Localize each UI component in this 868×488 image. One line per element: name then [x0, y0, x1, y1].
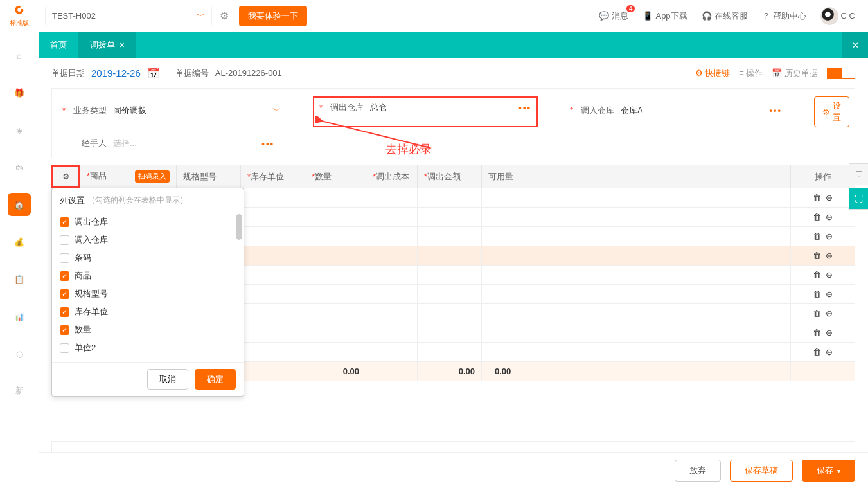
out-warehouse-field[interactable]: *调出仓库 总仓 ••• — [319, 102, 531, 116]
insert-icon[interactable]: ⊕ — [826, 289, 833, 299]
more-icon[interactable]: ••• — [769, 105, 782, 115]
handler-field[interactable]: 经手人 选择... ••• — [82, 138, 274, 152]
col-cost[interactable]: *调出成本 — [366, 165, 418, 188]
scrollbar-thumb[interactable] — [236, 214, 242, 240]
delete-icon[interactable]: 🗑 — [813, 328, 821, 338]
col-qty[interactable]: *数量 — [305, 165, 366, 188]
checkbox[interactable]: ✓ — [60, 289, 69, 299]
insert-icon[interactable]: ⊕ — [826, 347, 833, 357]
column-toggle-label: 库存单位 — [75, 306, 108, 318]
col-unit[interactable]: *库存单位 — [241, 165, 305, 188]
sidebar-home-icon[interactable]: ⌂ — [8, 44, 31, 67]
checkbox[interactable] — [60, 235, 69, 245]
insert-icon[interactable]: ⊕ — [826, 231, 833, 241]
header-right: 💬消息 4 📱App下载 🎧在线客服 ？帮助中心 C C — [599, 7, 855, 25]
column-toggle-label: 数量 — [75, 324, 91, 336]
messages-link[interactable]: 💬消息 4 — [599, 10, 628, 22]
save-button[interactable]: 保存▾ — [802, 460, 855, 482]
card-view-icon[interactable] — [841, 68, 855, 79]
sidebar-shop-icon[interactable]: ◈ — [8, 118, 31, 141]
column-toggle-item[interactable]: 单位2 — [60, 339, 236, 357]
delete-icon[interactable]: 🗑 — [813, 212, 821, 222]
column-toggle-item[interactable]: ✓库存单位 — [60, 303, 236, 321]
insert-icon[interactable]: ⊕ — [826, 251, 833, 260]
checkbox[interactable] — [60, 253, 69, 263]
user-menu[interactable]: C C — [820, 7, 855, 25]
sidebar-money-icon[interactable]: 💰 — [8, 230, 31, 253]
gear-icon[interactable]: ⚙ — [220, 10, 229, 22]
popover-hint: （勾选的列会在表格中显示） — [87, 195, 188, 206]
checkbox[interactable]: ✓ — [60, 325, 69, 335]
sidebar-bag-icon[interactable]: 🛍 — [8, 156, 31, 179]
service-link[interactable]: 🎧在线客服 — [702, 10, 748, 22]
left-rail: ⌂ 🎁 ◈ 🛍 🏠 💰 📋 📊 ◌ 新 — [0, 32, 39, 488]
col-product[interactable]: *商品扫码录入 — [80, 165, 177, 188]
checkbox[interactable]: ✓ — [60, 217, 69, 227]
insert-icon[interactable]: ⊕ — [826, 270, 833, 280]
date-value[interactable]: 2019-12-26 — [91, 68, 141, 78]
checkbox[interactable]: ✓ — [60, 307, 69, 317]
in-warehouse-field[interactable]: *调入仓库 仓库A ••• — [570, 96, 782, 127]
delete-icon[interactable]: 🗑 — [813, 231, 821, 241]
list-view-icon[interactable] — [827, 68, 841, 79]
tab-transfer[interactable]: 调拨单✕ — [78, 32, 136, 58]
side-comment-icon[interactable]: 🗨 — [849, 163, 868, 185]
column-toggle-item[interactable]: 条码 — [60, 249, 236, 267]
checkbox[interactable]: ✓ — [60, 271, 69, 281]
delete-icon[interactable]: 🗑 — [813, 289, 821, 299]
save-draft-button[interactable]: 保存草稿 — [730, 460, 793, 482]
close-panel-icon[interactable]: ✕ — [842, 32, 868, 58]
insert-icon[interactable]: ⊕ — [826, 212, 833, 222]
column-toggle-item[interactable]: 调入仓库 — [60, 231, 236, 249]
sidebar-gift-icon[interactable]: 🎁 — [8, 81, 31, 104]
column-toggle-item[interactable]: ✓调出仓库 — [60, 213, 236, 231]
more-icon[interactable]: ••• — [518, 103, 531, 113]
history-link[interactable]: 📅 历史单据 — [772, 68, 818, 79]
operate-link[interactable]: ≡ 操作 — [739, 68, 763, 79]
delete-icon[interactable]: 🗑 — [813, 193, 821, 203]
more-icon[interactable]: ••• — [261, 139, 274, 149]
insert-icon[interactable]: ⊕ — [826, 309, 833, 318]
discard-button[interactable]: 放弃 — [675, 460, 721, 482]
business-type-field[interactable]: *业务类型 同价调拨 ﹀ — [62, 96, 281, 127]
confirm-button[interactable]: 确定 — [195, 369, 236, 390]
sidebar-report-icon[interactable]: 📊 — [8, 305, 31, 328]
column-toggle-label: 单位2 — [75, 342, 96, 354]
shortcut-link[interactable]: ⚙ 快捷键 — [695, 68, 731, 79]
doc-header: 单据日期 2019-12-26 📅 单据编号 AL-20191226-001 ⚙… — [39, 58, 868, 88]
sidebar-warehouse-icon[interactable]: 🏠 — [8, 193, 31, 216]
delete-icon[interactable]: 🗑 — [813, 270, 821, 280]
calendar-icon[interactable]: 📅 — [147, 67, 160, 79]
column-toggle-item[interactable]: ✓数量 — [60, 321, 236, 339]
column-toggle-item[interactable]: ✓商品 — [60, 267, 236, 285]
help-link[interactable]: ？帮助中心 — [762, 10, 806, 22]
col-op[interactable]: 操作 — [791, 165, 855, 188]
delete-icon[interactable]: 🗑 — [813, 309, 821, 318]
cancel-button[interactable]: 取消 — [147, 369, 188, 390]
sidebar-clipboard-icon[interactable]: 📋 — [8, 267, 31, 291]
delete-icon[interactable]: 🗑 — [813, 251, 821, 260]
app-download-link[interactable]: 📱App下载 — [642, 10, 687, 22]
scan-tag[interactable]: 扫码录入 — [135, 170, 170, 183]
tab-home[interactable]: 首页 — [39, 32, 78, 58]
sidebar-new-icon[interactable]: 新 — [8, 379, 31, 402]
insert-icon[interactable]: ⊕ — [826, 328, 833, 338]
view-toggle[interactable] — [827, 68, 855, 79]
settings-button[interactable]: ⚙设置 — [814, 96, 849, 127]
checkbox[interactable] — [60, 343, 69, 353]
insert-icon[interactable]: ⊕ — [826, 193, 833, 203]
side-expand-icon[interactable]: ⛶ — [849, 188, 868, 210]
logo[interactable]: 标准版 — [0, 5, 39, 28]
org-select[interactable]: TEST-H002 ﹀ — [45, 6, 212, 26]
close-icon[interactable]: ✕ — [119, 41, 125, 50]
col-spec[interactable]: 规格型号 — [177, 165, 241, 188]
cta-button[interactable]: 我要体验一下 — [239, 6, 307, 26]
column-toggle-item[interactable]: ✓规格型号 — [60, 285, 236, 303]
col-amount[interactable]: *调出金额 — [418, 165, 482, 188]
popover-title: 列设置 — [60, 195, 85, 206]
date-label: 单据日期 — [51, 68, 85, 79]
delete-icon[interactable]: 🗑 — [813, 347, 821, 357]
sidebar-loading-icon[interactable]: ◌ — [8, 342, 31, 365]
col-avail[interactable]: 可用量 — [482, 165, 791, 188]
column-settings-button[interactable]: ⚙ — [52, 165, 80, 188]
